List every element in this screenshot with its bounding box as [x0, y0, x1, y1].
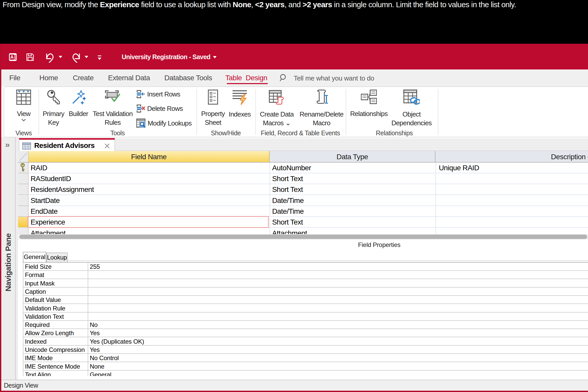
svg-text:A: A	[10, 55, 14, 60]
